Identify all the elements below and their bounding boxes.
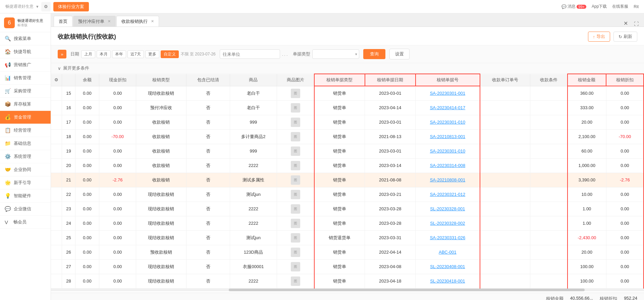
th-verify-amount: 核销金额 [568,74,606,86]
footer-verify-discount-value: 952.24 [624,296,637,300]
messages-icon-wrap[interactable]: 💬 消息 99+ [561,4,586,9]
online-service[interactable]: 在线客服 [612,4,628,9]
btn-this-month[interactable]: 本月 [97,50,111,58]
table-footer: 核销金额 40,556,66... 核销折扣 952.24 [51,293,644,300]
sidebar-item-operations[interactable]: 📋 经营管理 [0,124,51,137]
voucher-type-label: 单据类型 [293,51,310,57]
inventory-icon: 📦 [5,101,11,107]
btn-last-month[interactable]: 上月 [81,50,95,58]
th-balance: 余额 [75,74,99,86]
messages-badge: 99+ [577,5,586,9]
table-wrap: ⚙ 余额 现金折扣 核销类型 包含已结清 商品 商品图片 核销单据类型 核销单据… [51,74,644,300]
btn-last-7days[interactable]: 近7天 [127,50,144,58]
vip-icon: V [5,219,11,225]
sidebar-item-newbie[interactable]: 🌟 新手引导 [0,176,51,189]
finance-icon: 💰 [5,114,11,120]
th-receipt-cond: 收款条件 [530,74,568,86]
voucher-type-select[interactable] [312,49,359,59]
sidebar-item-vip[interactable]: V 畅会员 [0,216,51,229]
sidebar-item-sales[interactable]: 📊 销售管理 [0,72,51,85]
sidebar-item-finance[interactable]: 💰 资金管理 [0,111,51,124]
voucher-type-select-wrap [312,49,359,59]
tab-expand-btn[interactable]: ⛶ [631,21,641,27]
th-goods-img: 商品图片 [277,74,314,86]
refresh-icon: ↻ [619,34,622,39]
query-btn[interactable]: 查询 [363,49,385,59]
table-scrollbar[interactable] [51,289,644,291]
sidebar-item-smart-hw[interactable]: 💡 智能硬件 [0,189,51,203]
sidebar-item-inventory[interactable]: 📦 库存核算 [0,98,51,111]
sidebar-item-quick-nav[interactable]: 🏠 快捷导航 [0,45,51,58]
tab-receipts[interactable]: 收款核销执行 ✕ [116,16,159,27]
btn-custom-date[interactable]: 自定义 [161,50,179,58]
top-bar-right: 💬 消息 99+ App下载 在线客服 Rit [561,4,639,9]
footer-verify-amount-label: 核销金额 [546,296,564,300]
expand-more-label: 展开更多条件 [63,65,89,71]
th-receipt-order-no: 收款单订单号 [480,74,530,86]
sales-icon: 📊 [5,75,11,81]
table-scrollbar-thumb [229,289,585,291]
sidebar-item-base-info[interactable]: 📁 基础信息 [0,137,51,150]
page-header: 收款核销执行(按收款) ↑ 导出 ↻ 刷新 [51,27,644,45]
logo-text: 畅捷通谱好生意 标准版 [17,18,43,27]
btn-more-dates[interactable]: 更多 [145,50,159,58]
th-verify-voucher-type: 核销单据类型 [314,74,365,86]
user-name: Rit [634,4,639,9]
filter-voucher-group: 单据类型 [293,49,359,59]
purchase-icon: 🛒 [5,88,11,94]
content-area: 收款核销执行(按收款) ↑ 导出 ↻ 刷新 » 日期 [51,27,644,300]
th-verify-no: 核销单据号 [416,74,480,86]
newbie-icon: 🌟 [5,180,11,186]
sidebar: 6 畅捷通谱好生意 标准版 🔍 搜索菜单 🏠 快捷导航 📢 营销推广 📊 销售管… [0,13,51,300]
wechat-icon: 💬 [5,206,11,212]
partner-dots: ... [282,52,289,57]
refresh-btn[interactable]: ↻ 刷新 [613,32,637,42]
top-settings-btn[interactable]: ⚙ [41,2,51,11]
filter-settings-btn[interactable]: 设置 [389,49,410,59]
tab-prepay[interactable]: 预付冲应付单 ✕ [73,16,116,27]
th-verify-date: 核销单据日期 [365,74,416,86]
th-verify-type: 核销类型 [136,74,186,86]
tab-receipts-close[interactable]: ✕ [151,19,154,24]
sidebar-item-sys-mgmt[interactable]: ⚙️ 系统管理 [0,150,51,163]
sidebar-item-purchase[interactable]: 🛒 采购管理 [0,85,51,98]
logo-icon: 6 [4,17,15,28]
export-btn[interactable]: ↑ 导出 [588,32,610,42]
operations-icon: 📋 [5,127,11,133]
sidebar-item-search[interactable]: 🔍 搜索菜单 [0,32,51,45]
main-area: 首页 预付冲应付单 ✕ 收款核销执行 ✕ ✕ ⛶ 收款核销执行(按收款) ↑ [51,13,644,300]
sidebar-item-marketing[interactable]: 📢 营销推广 [0,58,51,72]
th-verify-discount: 核销折扣 [606,74,644,86]
base-info-icon: 📁 [5,140,11,146]
tab-close-all-btn[interactable]: ✕ [621,20,631,27]
expand-more-icon: ∨ [58,66,61,71]
th-goods: 商品 [230,74,277,86]
home-icon: 🏠 [5,49,11,55]
th-settings[interactable]: ⚙ [51,74,62,86]
messages-label: 消息 [568,4,576,9]
header-actions: ↑ 导出 ↻ 刷新 [588,32,638,42]
th-seq [62,74,75,86]
industry-btn[interactable]: 体验行业方案 [53,2,89,11]
marketing-icon: 📢 [5,62,11,68]
filter-expand-btn[interactable]: » [58,50,66,58]
partner-input[interactable] [220,49,280,59]
app-download[interactable]: App下载 [592,4,607,9]
expand-more-bar[interactable]: ∨ 展开更多条件 [51,63,644,74]
tab-home[interactable]: 首页 [54,16,72,27]
filter-date-options: 上月 本月 本年 近7天 更多 自定义 [81,50,179,58]
sidebar-item-wechat[interactable]: 💬 企业微信 [0,203,51,216]
collab-icon: 🤝 [5,167,11,173]
date-range-text: 不限 至 2023-07-26 [181,51,216,57]
main-table: ⚙ 余额 现金折扣 核销类型 包含已结清 商品 商品图片 核销单据类型 核销单据… [51,74,644,289]
search-icon: 🔍 [5,36,11,42]
dropdown-icon[interactable]: ▾ [36,4,39,9]
footer-verify-discount-label: 核销折扣 [600,296,617,300]
btn-this-year[interactable]: 本年 [112,50,126,58]
page-title: 收款核销执行(按收款) [58,33,116,41]
th-cash-discount: 现金折扣 [99,74,136,86]
tab-prepay-close[interactable]: ✕ [108,19,111,24]
sidebar-logo: 6 畅捷通谱好生意 标准版 [0,13,51,32]
sidebar-item-collab[interactable]: 🤝 企业协同 [0,163,51,176]
breadcrumb-text: 畅捷通谱好生意 [5,4,34,9]
